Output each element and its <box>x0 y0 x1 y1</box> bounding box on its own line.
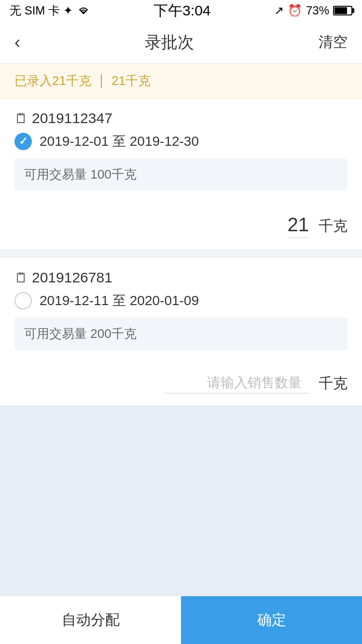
status-left: 无 SIM 卡 ✦ <box>10 3 90 18</box>
recorded-label: 已录入21千克 <box>14 72 91 89</box>
confirm-button[interactable]: 确定 <box>181 596 362 644</box>
battery-percent: 73% <box>306 4 329 17</box>
quantity-input[interactable] <box>164 373 309 393</box>
batch-1-icon: 🗒 <box>14 111 28 126</box>
batch-1-radio[interactable] <box>14 133 32 150</box>
batch-item-2: 🗒 2019126781 2019-12-11 至 2020-01-09 可用交… <box>0 258 362 362</box>
section-separator <box>0 250 362 258</box>
nav-bar: ‹ 录批次 清空 <box>0 21 362 64</box>
batch-2-icon: 🗒 <box>14 270 28 286</box>
batch-1-header: 🗒 2019112347 <box>14 110 348 126</box>
batch-1-unit: 千克 <box>319 216 348 236</box>
batch-1-id: 2019112347 <box>32 110 112 126</box>
batch-1-date-row: 2019-12-01 至 2019-12-30 <box>14 132 348 151</box>
bottom-bar: 自动分配 确定 <box>0 596 362 644</box>
batch-1-availability: 可用交易量 100千克 <box>24 167 137 182</box>
batch-2-date: 2019-12-11 至 2020-01-09 <box>40 292 199 310</box>
sim-text: 无 SIM 卡 ✦ <box>10 3 73 18</box>
auto-distribute-button[interactable]: 自动分配 <box>0 596 181 644</box>
batch-2-availability: 可用交易量 200千克 <box>24 326 137 341</box>
batch-1-availability-bar: 可用交易量 100千克 <box>14 158 348 191</box>
batch-1-date: 2019-12-01 至 2019-12-30 <box>40 132 199 151</box>
batch-1-amount: 21 <box>288 214 309 238</box>
info-divider <box>101 74 102 88</box>
batch-2-availability-bar: 可用交易量 200千克 <box>14 318 348 350</box>
status-bar: 无 SIM 卡 ✦ 下午3:04 ↗ ⏰ 73% <box>0 0 362 21</box>
alarm-icon: ⏰ <box>288 4 302 17</box>
battery-icon <box>333 6 352 15</box>
status-time: 下午3:04 <box>153 1 210 21</box>
batch-1-amount-row: 21 千克 <box>0 202 362 250</box>
batch-2-date-row: 2019-12-11 至 2020-01-09 <box>14 292 348 310</box>
clear-button[interactable]: 清空 <box>319 32 348 52</box>
wifi-icon <box>77 6 90 15</box>
status-right: ↗ ⏰ 73% <box>274 4 352 17</box>
batch-2-id: 2019126781 <box>32 269 112 286</box>
batch-2-header: 🗒 2019126781 <box>14 269 348 286</box>
back-button[interactable]: ‹ <box>14 32 20 53</box>
batch-item-1: 🗒 2019112347 2019-12-01 至 2019-12-30 可用交… <box>0 98 362 202</box>
batch-2-input-row: 千克 <box>0 362 362 406</box>
page-title: 录批次 <box>145 31 194 54</box>
batch-2-unit: 千克 <box>319 374 348 393</box>
info-banner: 已录入21千克 21千克 <box>0 64 362 98</box>
recorded-value: 21千克 <box>111 72 151 89</box>
location-icon: ↗ <box>274 4 284 17</box>
page-content: 已录入21千克 21千克 🗒 2019112347 2019-12-01 至 2… <box>0 64 362 644</box>
batch-2-radio[interactable] <box>14 292 32 309</box>
